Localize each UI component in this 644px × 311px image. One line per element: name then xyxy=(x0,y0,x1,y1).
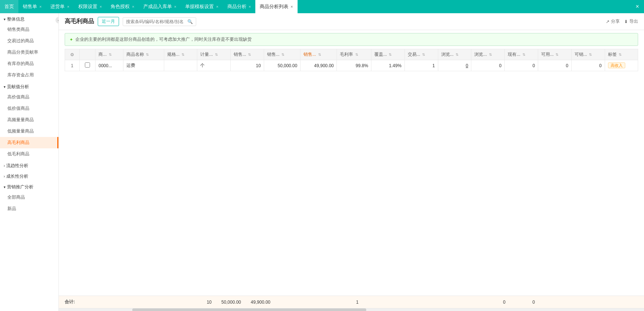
tab-product-inbound[interactable]: 产成品入库单 × xyxy=(139,0,181,13)
close-order-template-icon[interactable]: × xyxy=(216,4,218,9)
content-area: 高毛利商品 近一月 🔍 ↗ 分享 ⬇ 导出 xyxy=(59,13,644,311)
footer-sales-qty: 10 xyxy=(185,300,215,305)
col-code[interactable]: 商... ⇅ xyxy=(96,49,123,60)
col-browse1[interactable]: 浏览... ⇅ xyxy=(438,49,471,60)
sidebar: « ▾ 整体信息 销售类商品 交易过的商品 商品分类贡献率 有库存的商品 库存资… xyxy=(0,13,59,311)
data-table: ⚙ 商... ⇅ 商品名称 ⇅ 规格... xyxy=(65,49,638,71)
cell-sellable-stock: 0 xyxy=(571,60,605,71)
sidebar-group-overall-info[interactable]: ▾ 整体信息 xyxy=(0,13,58,24)
tab-product-analysis[interactable]: 商品分析 × xyxy=(223,0,255,13)
sidebar-item-traded-goods[interactable]: 交易过的商品 xyxy=(0,35,58,47)
row-number: 1 xyxy=(65,60,80,71)
close-permission-settings-icon[interactable]: × xyxy=(100,4,102,9)
table-wrapper: ⚙ 商... ⇅ 商品名称 ⇅ 规格... xyxy=(59,49,644,296)
sort-icon-spec: ⇅ xyxy=(181,53,184,57)
cell-browse2: 0 xyxy=(471,60,505,71)
sidebar-item-high-margin-goods[interactable]: 高毛利商品 xyxy=(0,137,58,148)
close-product-inbound-icon[interactable]: × xyxy=(174,4,176,9)
footer-transactions: 1 xyxy=(332,300,361,305)
table-header-row: ⚙ 商... ⇅ 商品名称 ⇅ 规格... xyxy=(65,49,638,60)
close-product-analysis-icon[interactable]: × xyxy=(249,4,251,9)
tab-permission-settings[interactable]: 权限设置 × xyxy=(74,0,106,13)
horizontal-scrollbar[interactable] xyxy=(59,308,644,311)
col-transactions[interactable]: 交易... ⇅ xyxy=(404,49,438,60)
close-sales-order-icon[interactable]: × xyxy=(39,4,42,9)
cell-sales-amount: 50,000.00 xyxy=(264,60,300,71)
col-tag[interactable]: 标签 ⇅ xyxy=(605,49,638,60)
sidebar-group-trend-analysis[interactable]: › 流趋性分析 xyxy=(0,160,58,170)
export-button[interactable]: ⬇ 导出 xyxy=(624,18,638,25)
sidebar-item-sales-goods[interactable]: 销售类商品 xyxy=(0,24,58,35)
export-icon: ⬇ xyxy=(624,19,628,24)
col-sales-amount[interactable]: 销售... ⇅ xyxy=(264,49,300,60)
sidebar-item-new-goods[interactable]: 新品 xyxy=(0,203,58,214)
content-header: 高毛利商品 近一月 🔍 ↗ 分享 ⬇ 导出 xyxy=(59,13,644,30)
col-spec[interactable]: 规格... ⇅ xyxy=(164,49,197,60)
close-role-permission-icon[interactable]: × xyxy=(132,4,134,9)
sort-icon-gross-margin: ⇅ xyxy=(355,53,358,57)
sort-icon-sellable-stock: ⇅ xyxy=(589,53,592,57)
sidebar-group-wealth-analysis[interactable]: ▾ 贡献值分析 xyxy=(0,81,58,91)
tab-purchase-order[interactable]: 进货单 × xyxy=(46,0,73,13)
sidebar-item-high-freq-goods[interactable]: 高频量量商品 xyxy=(0,114,58,126)
col-browse2[interactable]: 浏览... ⇅ xyxy=(471,49,505,60)
sort-icon-available-stock: ⇅ xyxy=(555,53,558,57)
tab-product-analysis-list[interactable]: 商品分析列表 × xyxy=(255,0,297,13)
sidebar-item-goods-contribution[interactable]: 商品分类贡献率 xyxy=(0,47,58,58)
sort-icon-name: ⇅ xyxy=(146,53,149,57)
sidebar-item-inventory-capital[interactable]: 库存资金占用 xyxy=(0,69,58,81)
search-icon[interactable]: 🔍 xyxy=(187,19,193,24)
chevron-right-icon-2: › xyxy=(4,174,5,178)
close-purchase-order-icon[interactable]: × xyxy=(67,4,69,9)
sidebar-item-low-margin-goods[interactable]: 低毛利商品 xyxy=(0,148,58,160)
col-gross-margin[interactable]: 毛利率 ⇅ xyxy=(337,49,371,60)
window-close-button[interactable]: × xyxy=(631,0,644,13)
col-available-stock[interactable]: 可用... ⇅ xyxy=(538,49,572,60)
header-actions: ↗ 分享 ⬇ 导出 xyxy=(606,18,638,25)
col-sellable-stock[interactable]: 可销... ⇅ xyxy=(571,49,605,60)
sidebar-item-stocked-goods[interactable]: 有库存的商品 xyxy=(0,58,58,69)
col-name[interactable]: 商品名称 ⇅ xyxy=(123,49,164,60)
row-checkbox-cell xyxy=(79,60,96,71)
tag-badge: 高收入 xyxy=(608,62,625,68)
sort-icon-tag: ⇅ xyxy=(619,53,622,57)
search-container: 🔍 xyxy=(123,17,196,26)
share-button[interactable]: ↗ 分享 xyxy=(606,18,620,25)
footer-sales-amount: 50,000.00 xyxy=(215,300,244,305)
sort-icon-browse1: ⇅ xyxy=(456,53,458,57)
sort-icon-sales-amount: ⇅ xyxy=(281,53,284,57)
filter-month-button[interactable]: 近一月 xyxy=(98,17,119,26)
col-checkbox xyxy=(79,49,96,60)
footer-sellable-stock: 0 xyxy=(508,300,538,305)
sidebar-item-high-value-goods[interactable]: 高价值商品 xyxy=(0,91,58,103)
row-checkbox[interactable] xyxy=(85,62,90,68)
cell-browse1[interactable]: 0 xyxy=(438,60,471,71)
sort-icon-transactions: ⇅ xyxy=(422,53,425,57)
tab-home[interactable]: 首页 xyxy=(0,0,18,13)
col-settings[interactable]: ⚙ xyxy=(65,49,80,60)
table-row: 1 0000... 运费 xyxy=(65,60,638,71)
cell-unit: 个 xyxy=(197,60,231,71)
sidebar-item-all-goods[interactable]: 全部商品 xyxy=(0,192,58,203)
cell-code: 0000... xyxy=(96,60,123,71)
search-input[interactable] xyxy=(126,19,186,24)
col-current-stock[interactable]: 现有... ⇅ xyxy=(505,49,538,60)
col-sales-profit[interactable]: 销售... ⇅ xyxy=(301,49,337,60)
scrollbar-thumb[interactable] xyxy=(132,308,366,311)
sidebar-group-growth-analysis[interactable]: › 成长性分析 xyxy=(0,170,58,181)
tab-order-template[interactable]: 单据模板设置 × xyxy=(181,0,223,13)
tip-icon: ✦ xyxy=(69,37,73,42)
sidebar-item-low-value-goods[interactable]: 低价值商品 xyxy=(0,103,58,114)
cell-transactions: 1 xyxy=(404,60,438,71)
tab-role-permission[interactable]: 角色授权 × xyxy=(106,0,138,13)
sidebar-group-marketing-analysis[interactable]: ▾ 营销推广分析 xyxy=(0,181,58,192)
sort-icon-current-stock: ⇅ xyxy=(522,53,525,57)
close-product-analysis-list-icon[interactable]: × xyxy=(291,4,293,9)
col-sales-qty[interactable]: 销售... ⇅ xyxy=(231,49,264,60)
sort-icon-sales-qty: ⇅ xyxy=(248,53,251,57)
col-coverage[interactable]: 覆盖... ⇅ xyxy=(371,49,405,60)
col-unit[interactable]: 计量... ⇅ xyxy=(197,49,231,60)
tab-sales-order[interactable]: 销售单 × xyxy=(18,0,46,13)
sidebar-item-low-freq-goods[interactable]: 低频量量商品 xyxy=(0,126,58,137)
cell-current-stock: 0 xyxy=(505,60,538,71)
